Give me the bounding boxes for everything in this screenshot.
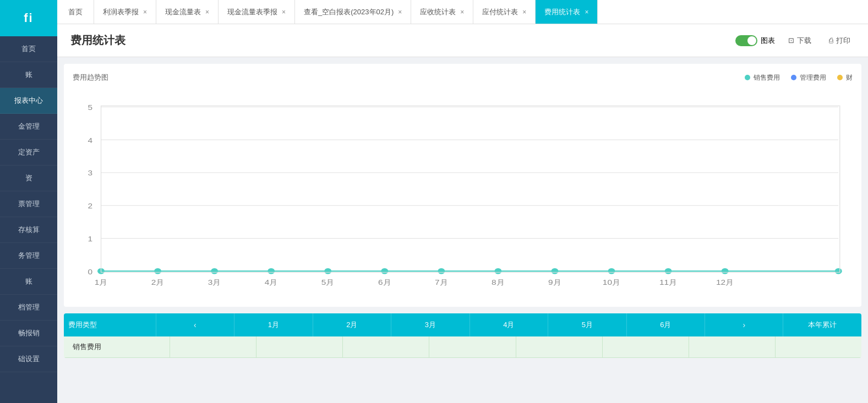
legend-sales: 销售费用 [745,73,780,82]
sidebar-item-stock[interactable]: 存核算 [0,217,57,243]
svg-text:2月: 2月 [151,278,165,286]
col-header-prev[interactable]: ‹ [156,313,234,336]
col-header-type: 费用类型 [64,313,156,336]
cell-m3-0 [343,336,429,357]
logo: fi [0,0,57,36]
tab-close-expense-stat[interactable]: × [585,8,588,16]
sidebar-item-invoice[interactable]: 票管理 [0,191,57,217]
cell-m5-0 [516,336,603,357]
sales-dot-6 [438,268,445,274]
cell-m1-0 [170,336,256,357]
sales-dot-7 [494,268,501,274]
svg-text:4: 4 [88,136,92,145]
sidebar-item-refund[interactable]: 畅报销 [0,321,57,346]
sales-dot-10 [665,268,672,274]
legend-label-finance: 财 [846,73,853,82]
sales-dot-1 [154,268,161,274]
svg-text:3月: 3月 [208,278,221,286]
download-icon: ⊡ [788,36,794,45]
table-header-row: 费用类型 ‹ 1月 2月 3月 4月 5月 [64,313,861,336]
sales-dot-8 [552,268,559,274]
legend-dot-sales [745,75,750,80]
col-header-next[interactable]: › [705,313,783,336]
print-icon: ⎙ [829,36,833,45]
col-header-m6: 6月 [627,313,705,336]
legend-dot-finance [837,75,843,80]
sidebar-item-home[interactable]: 首页 [0,36,57,62]
col-header-ytd: 本年累计 [783,313,861,336]
tab-close-cashflow-quarterly[interactable]: × [282,8,286,16]
cell-extra-0 [776,336,861,357]
sales-dot-9 [608,268,615,274]
sidebar-item-receivable[interactable]: 账 [0,269,57,295]
tab-close-profit[interactable]: × [143,8,147,16]
tab-close-receivable-stat[interactable]: × [460,8,464,16]
download-button[interactable]: ⊡ 下载 [784,34,816,48]
tab-profit[interactable]: 利润表季报 × [94,0,156,24]
table-row: 销售费用 [64,336,861,358]
tab-close-payable-stat[interactable]: × [522,8,526,16]
svg-text:6月: 6月 [378,278,391,286]
tab-expense-stat[interactable]: 费用统计表 × [536,0,598,24]
print-button[interactable]: ⎙ 打印 [825,34,855,48]
sales-dot-5 [381,268,388,274]
svg-text:12月: 12月 [716,278,734,286]
sidebar-item-fixed-assets[interactable]: 定资产 [0,140,57,165]
svg-rect-24 [101,106,840,272]
svg-text:0: 0 [88,268,92,276]
svg-text:10月: 10月 [603,278,620,286]
page-content: 费用统计表 图表 ⊡ 下载 ⎙ 打印 费用趋势图 [57,24,868,403]
cell-ytd-0 [689,336,776,357]
legend-label-sales: 销售费用 [754,73,780,82]
cell-m2-0 [256,336,343,357]
prev-arrow[interactable]: ‹ [194,321,196,329]
chart-title: 费用趋势图 [73,73,108,82]
sidebar-item-capital[interactable]: 资 [0,165,57,191]
svg-text:7月: 7月 [435,278,448,286]
tab-home[interactable]: 首页 [57,0,94,24]
sidebar-item-report-center[interactable]: 报表中心 [0,88,57,114]
header-actions: 图表 ⊡ 下载 ⎙ 打印 [735,34,855,48]
svg-text:8月: 8月 [492,278,505,286]
tab-cashflow-quarterly[interactable]: 现金流量表季报 × [219,0,295,24]
sales-dot-4 [324,268,331,274]
legend-admin: 管理费用 [791,73,826,82]
col-header-m5: 5月 [548,313,626,336]
cell-m4-0 [429,336,516,357]
tab-close-blank-report[interactable]: × [398,8,402,16]
chart-container: 0 1 2 3 4 5 [73,89,853,298]
chart-toggle-label: 图表 [761,36,775,46]
col-header-m1: 1月 [234,313,313,336]
tab-payable-stat[interactable]: 应付统计表 × [473,0,536,24]
tab-close-cashflow[interactable]: × [205,8,209,16]
sidebar-item-archive[interactable]: 档管理 [0,295,57,321]
svg-text:5: 5 [88,103,92,112]
col-header-m3: 3月 [391,313,470,336]
page-title: 费用统计表 [70,33,125,48]
svg-text:11月: 11月 [659,278,677,286]
sidebar-item-settings[interactable]: 础设置 [0,346,57,372]
svg-text:3: 3 [88,169,92,178]
sidebar-item-account[interactable]: 账 [0,62,57,88]
sidebar-item-service[interactable]: 务管理 [0,243,57,269]
chart-toggle[interactable] [735,35,757,46]
col-header-m4: 4月 [470,313,548,336]
svg-text:2: 2 [88,202,92,210]
legend-dot-admin [791,75,796,80]
sales-dot-12 [835,268,842,274]
chart-section: 费用趋势图 销售费用 管理费用 财 [64,64,861,307]
cell-type-0: 销售费用 [64,336,170,357]
cell-m6-0 [603,336,689,357]
svg-text:4月: 4月 [265,278,278,286]
line-chart-svg: 0 1 2 3 4 5 [73,89,853,298]
chart-toggle-wrap: 图表 [735,35,775,46]
next-arrow[interactable]: › [743,321,745,329]
main-area: 首页 利润表季报 × 现金流量表 × 现金流量表季报 × 查看_空白报表(202… [57,0,868,403]
tab-blank-report[interactable]: 查看_空白报表(2023年02月) × [295,0,411,24]
tab-receivable-stat[interactable]: 应收统计表 × [411,0,473,24]
svg-text:1月: 1月 [95,278,108,286]
svg-text:1: 1 [88,235,92,243]
tab-cashflow[interactable]: 现金流量表 × [156,0,219,24]
sidebar-item-fund[interactable]: 金管理 [0,114,57,140]
sales-dot-3 [268,268,275,274]
